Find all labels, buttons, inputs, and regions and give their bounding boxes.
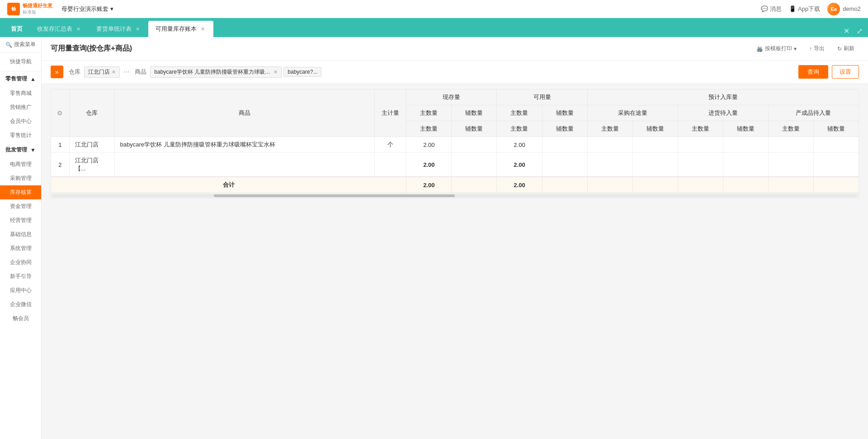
download-icon: 📱	[789, 5, 796, 12]
th-avail-aux: 辅数量	[542, 105, 587, 121]
sidebar-item-finance[interactable]: 资金管理	[0, 199, 41, 213]
product-tag-2: babycare?...	[283, 67, 321, 77]
table-footer-row: 合计 2.00 2.00	[51, 177, 859, 193]
sidebar-section-retail: 零售管理 ▲ 零售商城 营销推广 会员中心 零售统计	[0, 71, 41, 142]
close-tab-order-stats[interactable]: ✕	[134, 26, 141, 33]
settings-button[interactable]: 设置	[832, 65, 859, 79]
refresh-button[interactable]: ↻ 刷新	[833, 42, 859, 55]
header-right: 💬 消息 📱 App下载 Ea demo2	[761, 3, 861, 15]
sidebar-item-wechat-work[interactable]: 企业微信	[0, 297, 41, 312]
user-menu[interactable]: Ea demo2	[827, 3, 861, 15]
product-tags: babycare学饮杯 儿童防摔防撞吸管杯重力球吸嘴杯宝宝水杯 ✕ babyca…	[150, 66, 321, 78]
sidebar-item-retail-store[interactable]: 零售商城	[0, 86, 41, 100]
th-arr-aux: 辅数量	[723, 121, 768, 137]
th-arr-main: 主数量	[678, 121, 723, 137]
sidebar-header-retail[interactable]: 零售管理 ▲	[0, 71, 41, 86]
sidebar-header-wholesale[interactable]: 批发管理 ▼	[0, 142, 41, 157]
close-tab-receipt[interactable]: ✕	[75, 26, 82, 33]
sidebar-item-newbie[interactable]: 新手引导	[0, 269, 41, 283]
sidebar-item-system[interactable]: 系统管理	[0, 241, 41, 255]
footer-current-main: 2.00	[406, 177, 452, 193]
warehouse-more[interactable]: ···	[123, 68, 129, 76]
data-table: ⚙ 仓库 商品 主计量 现存量 可用量 预计入库量 主数量 辅数量	[51, 90, 859, 193]
header-left: 畅 畅捷通好生意 标准版 母婴行业演示账套 ▾	[7, 2, 117, 15]
tab-order-stats[interactable]: 要货单统计表 ✕	[89, 21, 148, 37]
tab-available-stock[interactable]: 可用量库存账本 ✕	[148, 21, 213, 37]
footer-avail-aux	[542, 177, 587, 193]
product-label: 商品	[135, 68, 146, 76]
product-tag-1: babycare学饮杯 儿童防摔防撞吸管杯重力球吸嘴杯宝宝水杯 ✕	[150, 66, 282, 78]
td-arr-main	[678, 137, 723, 153]
chevron-icon-2: ▼	[30, 147, 36, 153]
top-header: 畅 畅捷通好生意 标准版 母婴行业演示账套 ▾ 💬 消息 📱 App下载 Ea …	[0, 0, 868, 18]
th-current-stock: 现存量	[406, 90, 497, 105]
footer-avail-main: 2.00	[497, 177, 542, 193]
remove-warehouse-tag[interactable]: ✕	[112, 69, 116, 75]
table-container: ⚙ 仓库 商品 主计量 现存量 可用量 预计入库量 主数量 辅数量	[42, 84, 868, 204]
td-current-aux	[452, 137, 497, 153]
main-layout: 🔍 搜索菜单 快捷导航 零售管理 ▲ 零售商城 营销推广 会员中心 零售统计 批…	[0, 37, 868, 439]
brand-logo: 畅 畅捷通好生意 标准版	[7, 2, 52, 15]
td-arr-aux2	[723, 153, 768, 177]
sidebar-item-marketing[interactable]: 营销推广	[0, 100, 41, 114]
sidebar-item-enterprise[interactable]: 企业协同	[0, 255, 41, 269]
sidebar-item-ecommerce[interactable]: 电商管理	[0, 157, 41, 171]
query-button[interactable]: 查询	[798, 65, 828, 79]
tab-home[interactable]: 首页	[4, 21, 30, 37]
th-production-pending: 产成品待入量	[768, 105, 859, 121]
sidebar-item-app-center[interactable]: 应用中心	[0, 283, 41, 297]
close-all-icon[interactable]: ✕	[842, 25, 851, 37]
user-name: demo2	[843, 5, 861, 12]
scrollbar-thumb[interactable]	[214, 194, 455, 197]
filter-bar: » 仓库 江北门店 ✕ ··· 商品 babycare学饮杯 儿童防摔防撞吸管杯…	[42, 61, 868, 84]
sidebar-item-members[interactable]: 会员中心	[0, 114, 41, 128]
close-tab-available[interactable]: ✕	[199, 26, 206, 33]
td-avail-main2: 2.00	[497, 153, 542, 177]
table-row: 1 江北门店 babycare学饮杯 儿童防摔防撞吸管杯重力球吸嘴杯宝宝水杯 个…	[51, 137, 859, 153]
th-unit: 主计量	[375, 90, 406, 137]
gear-icon[interactable]: ⚙	[57, 109, 63, 117]
sidebar-item-basic[interactable]: 基础信息	[0, 227, 41, 241]
th-cs-main: 主数量	[406, 121, 452, 137]
td-current-aux2	[452, 153, 497, 177]
td-warehouse2: 江北门店【...	[69, 153, 114, 177]
th-incoming: 预计入库量	[587, 90, 859, 105]
th-product: 商品	[114, 90, 375, 137]
industry-selector[interactable]: 母婴行业演示账套 ▾	[58, 3, 117, 15]
brand-icon: 畅	[7, 3, 20, 15]
warehouse-tags: 江北门店 ✕	[84, 66, 120, 78]
product-filter: 商品 babycare学饮杯 儿童防摔防撞吸管杯重力球吸嘴杯宝宝水杯 ✕ bab…	[135, 66, 321, 78]
th-pur-aux: 辅数量	[632, 121, 678, 137]
warehouse-tag: 江北门店 ✕	[84, 66, 120, 78]
sidebar-item-quicknav[interactable]: 快捷导航	[0, 54, 41, 69]
print-button[interactable]: 🖨️ 按模板打印 ▾	[752, 42, 801, 55]
footer-pur-aux	[632, 177, 678, 193]
sidebar-item-vip[interactable]: 畅会员	[0, 312, 41, 326]
maximize-icon[interactable]: ⤢	[855, 25, 864, 37]
sidebar-search[interactable]: 🔍 搜索菜单	[0, 37, 41, 52]
th-gear[interactable]: ⚙	[51, 90, 69, 137]
footer-arr-aux	[723, 177, 768, 193]
remove-product-tag-1[interactable]: ✕	[274, 69, 278, 75]
footer-label: 合计	[51, 177, 406, 193]
message-action[interactable]: 💬 消息	[761, 5, 782, 13]
sidebar-item-purchase[interactable]: 采购管理	[0, 171, 41, 185]
refresh-icon: ↻	[837, 46, 842, 52]
sidebar-item-retail-stats[interactable]: 零售统计	[0, 128, 41, 142]
warehouse-label: 仓库	[69, 68, 80, 76]
scrollbar-area[interactable]	[51, 193, 859, 198]
sidebar-item-inventory[interactable]: 库存核算	[0, 185, 41, 199]
sidebar-section-wholesale: 批发管理 ▼	[0, 142, 41, 157]
td-pur-main	[587, 137, 632, 153]
tab-receipt-summary[interactable]: 收发存汇总表 ✕	[30, 21, 89, 37]
filter-toggle[interactable]: »	[51, 66, 63, 78]
td-arr-aux	[723, 137, 768, 153]
export-button[interactable]: ↑ 导出	[805, 42, 829, 55]
th-pending-arrival: 进货待入量	[678, 105, 768, 121]
app-download-action[interactable]: 📱 App下载	[789, 5, 820, 13]
sidebar-item-operations[interactable]: 经营管理	[0, 213, 41, 227]
td-unit: 个	[375, 137, 406, 153]
footer-prod-aux	[814, 177, 859, 193]
footer-arr-main	[678, 177, 723, 193]
brand-name: 畅捷通好生意 标准版	[23, 2, 52, 15]
